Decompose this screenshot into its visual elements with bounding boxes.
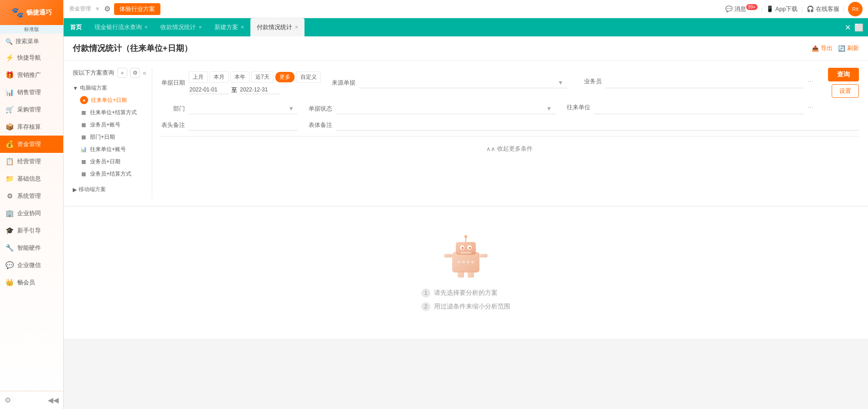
scheme-item-5[interactable]: 📊 往来单位+账号 — [73, 143, 146, 156]
date-btn-7days[interactable]: 近7天 — [251, 71, 274, 83]
sidebar-item-xinshou[interactable]: 🎓 新手引导 — [0, 222, 63, 239]
nav-icon-zhineng: 🔧 — [5, 244, 14, 252]
settings-scheme-btn[interactable]: ⚙ — [130, 68, 140, 78]
nav-label-yingxiao: 营销推广 — [17, 71, 41, 79]
nav-label-xitong: 系统管理 — [17, 192, 41, 200]
scheme-item-3-label: 业务员+账号 — [90, 121, 120, 129]
partner-input[interactable] — [594, 103, 804, 114]
scheme-group-desktop: ▼ 电脑端方案 ● 往来单位+日期 ▦ 往来单位+结算方式 ▦ — [73, 82, 146, 180]
nav-label-xinshou: 新手引导 — [17, 227, 41, 235]
main-content: 资金管理 ▼ ⚙ 体验行业方案 💬 消息 99+ | 📱 App下载 | 🎧 在… — [64, 0, 868, 409]
tab-payment[interactable]: 付款情况统计 × — [250, 18, 304, 36]
source-select[interactable]: ▼ — [359, 77, 567, 88]
collapse-scheme-btn[interactable]: « — [143, 69, 146, 76]
hint-1-text: 请先选择要分析的方案 — [434, 289, 498, 297]
tab-payment-close[interactable]: × — [295, 24, 298, 30]
settings-icon[interactable]: ⚙ — [5, 396, 11, 404]
date-from-input[interactable] — [189, 86, 229, 94]
app-download-btn[interactable]: 📱 App下载 — [766, 5, 798, 13]
empty-state: 1 请先选择要分析的方案 2 用过滤条件来缩小分析范围 — [64, 207, 868, 338]
date-label: 单据日期 — [160, 79, 185, 87]
nav-icon-chang: 👑 — [5, 278, 14, 287]
scheme-item-1[interactable]: ● 往来单位+日期 — [73, 94, 146, 106]
add-scheme-btn[interactable]: ＋ — [117, 68, 127, 78]
sidebar-item-zhineng[interactable]: 🔧 智能硬件 — [0, 239, 63, 257]
tab-income-close[interactable]: × — [199, 24, 202, 30]
salesperson-input[interactable] — [605, 77, 804, 88]
sidebar-item-xiaoshou[interactable]: 📊 销售管理 — [0, 84, 63, 101]
nav-label-weixin: 企业微信 — [17, 261, 41, 269]
scheme-item-7-icon: ▦ — [80, 171, 87, 178]
nav-icon-xiaoshou: 📊 — [5, 88, 14, 96]
partner-more-btn[interactable]: ··· — [808, 103, 813, 111]
date-to-input[interactable] — [239, 86, 280, 94]
settings-btn[interactable]: 设置 — [832, 84, 859, 98]
date-btn-this-month[interactable]: 本月 — [210, 71, 229, 83]
msg-btn[interactable]: 💬 消息 99+ — [725, 5, 758, 13]
dept-select[interactable]: ▼ — [189, 103, 298, 114]
search-menu-btn[interactable]: 🔍 搜索菜单 — [0, 34, 63, 49]
status-field: 单据状态 ▼ — [307, 103, 556, 114]
body-note-input[interactable] — [336, 120, 859, 131]
svg-rect-16 — [468, 271, 474, 278]
date-options-group: 上月 本月 本年 近7天 更多 自定义 — [189, 71, 321, 83]
sidebar-item-xitong[interactable]: ⚙ 系统管理 — [0, 187, 63, 205]
tab-home[interactable]: 首页 — [64, 18, 88, 36]
salesperson-more-btn[interactable]: ··· — [808, 77, 813, 86]
tab-payment-label: 付款情况统计 — [257, 23, 292, 31]
body-note-label: 表体备注 — [307, 121, 332, 129]
scheme-group-desktop-label: 电脑端方案 — [80, 84, 107, 92]
query-btn[interactable]: 查询 — [828, 68, 859, 81]
sidebar-item-kucun[interactable]: 📦 库存核算 — [0, 118, 63, 136]
sidebar-item-weixin[interactable]: 💬 企业微信 — [0, 257, 63, 274]
date-btn-this-year[interactable]: 本年 — [230, 71, 249, 83]
topbar-gear-btn[interactable]: ⚙ — [104, 5, 110, 13]
maximize-btn[interactable]: ⬜ — [854, 23, 863, 32]
nav-label-jichu: 基础信息 — [17, 175, 41, 183]
collapse-conditions-btn[interactable]: ∧∧ 收起更多条件 — [481, 143, 538, 155]
filter-row-1: 单据日期 上月 本月 本年 近7天 更多 自定义 — [160, 68, 859, 98]
refresh-btn[interactable]: 🔄 刷新 — [838, 44, 859, 52]
nav-icon-xitong: ⚙ — [5, 192, 14, 200]
tab-newplan[interactable]: 新建方案 × — [208, 18, 250, 36]
scheme-group-mobile-title[interactable]: ▶ 移动端方案 — [73, 184, 146, 195]
scheme-item-2[interactable]: ▦ 往来单位+结算方式 — [73, 106, 146, 119]
user-avatar-btn[interactable]: Rit — [848, 2, 863, 16]
scheme-item-2-label: 往来单位+结算方式 — [90, 109, 137, 116]
sidebar-item-jingying[interactable]: 📋 经营管理 — [0, 153, 63, 170]
tab-bank-close[interactable]: × — [145, 24, 148, 30]
salesperson-label: 业务员 — [576, 77, 602, 86]
sidebar-item-yingxiao[interactable]: 🎁 营销推广 — [0, 66, 63, 84]
date-btn-custom[interactable]: 自定义 — [296, 71, 321, 83]
svg-point-7 — [464, 235, 467, 238]
collapse-sidebar-icon[interactable]: ◀◀ — [48, 396, 59, 404]
export-btn[interactable]: 📤 导出 — [812, 44, 833, 52]
scheme-group-desktop-title[interactable]: ▼ 电脑端方案 — [73, 82, 146, 94]
sidebar-item-jichu[interactable]: 📁 基础信息 — [0, 170, 63, 187]
msg-icon: 💬 — [725, 5, 733, 12]
scheme-item-4[interactable]: ▦ 部门+日期 — [73, 131, 146, 143]
header-note-input[interactable] — [189, 120, 298, 131]
sidebar-item-zijin[interactable]: 💰 资金管理 — [0, 136, 63, 153]
date-btn-last-month[interactable]: 上月 — [189, 71, 208, 83]
tab-income[interactable]: 收款情况统计 × — [154, 18, 208, 36]
industry-btn[interactable]: 体验行业方案 — [114, 3, 160, 15]
nav-icon-kucun: 📦 — [5, 123, 14, 131]
close-tab-btn[interactable]: ✕ — [845, 23, 851, 32]
svg-rect-8 — [460, 252, 471, 253]
search-menu-label: 搜索菜单 — [15, 37, 39, 45]
sidebar-item-caigou[interactable]: 🛒 采购管理 — [0, 101, 63, 118]
tab-newplan-close[interactable]: × — [241, 24, 244, 30]
sidebar-item-chang[interactable]: 👑 畅会员 — [0, 274, 63, 291]
scheme-item-6[interactable]: ▦ 业务员+日期 — [73, 156, 146, 168]
date-btn-more[interactable]: 更多 — [275, 72, 294, 82]
hint-2-num: 2 — [421, 302, 430, 311]
sidebar-item-kuaijie[interactable]: ⚡ 快捷导航 — [0, 49, 63, 66]
scheme-item-7[interactable]: ▦ 业务员+结算方式 — [73, 168, 146, 180]
sidebar-item-qiye[interactable]: 🏢 企业协同 — [0, 205, 63, 222]
tab-bank[interactable]: 现金银行流水查询 × — [88, 18, 154, 36]
status-select[interactable]: ▼ — [336, 103, 556, 114]
service-btn[interactable]: 🎧 在线客服 — [807, 5, 839, 13]
scheme-item-3[interactable]: ▦ 业务员+账号 — [73, 119, 146, 131]
scheme-group-mobile-label: 移动端方案 — [79, 186, 106, 193]
